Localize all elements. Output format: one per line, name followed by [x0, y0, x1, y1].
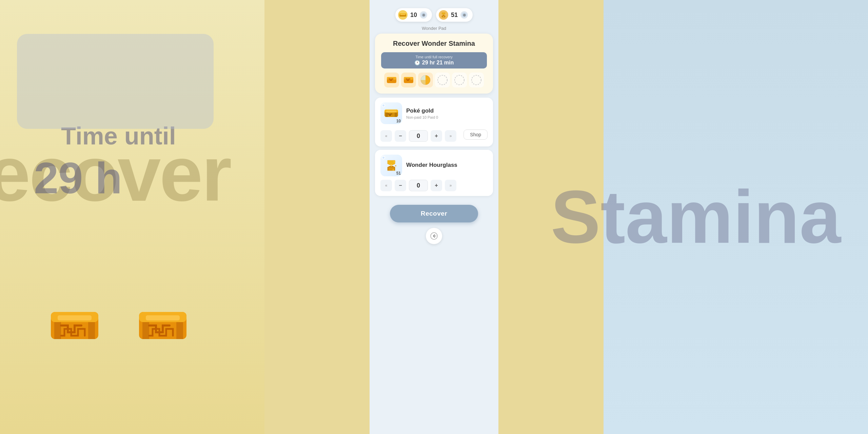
- stamina-slot-4: [435, 73, 450, 87]
- wonder-hourglass-dot: [382, 156, 385, 159]
- svg-rect-12: [400, 14, 405, 15]
- currency-bar: 10 ⊕ 51 ⊕: [395, 8, 473, 22]
- clock-icon: 🕐: [414, 60, 420, 65]
- panel-overlay: 10 ⊕ 51 ⊕ Wonder Pad Recover Wonder Stam…: [370, 0, 498, 434]
- poke-gold-header: 10 Poké gold Non-paid 10 Paid 0: [380, 102, 488, 124]
- svg-point-30: [390, 164, 392, 166]
- poke-gold-name: Poké gold: [406, 107, 488, 114]
- wonder-hourglass-header: 51 Wonder Hourglass: [380, 155, 488, 176]
- back-button[interactable]: [426, 228, 442, 244]
- right-background: [604, 0, 868, 434]
- svg-point-31: [393, 161, 395, 163]
- svg-point-24: [472, 75, 481, 85]
- svg-point-32: [395, 165, 396, 166]
- poke-gold-controls: « − 0 + » Shop: [380, 127, 488, 142]
- wonder-hourglass-skip-back-button[interactable]: «: [380, 180, 392, 191]
- timer-value: 🕐 29 hr 21 min: [386, 60, 482, 66]
- card-title: Recover Wonder Stamina: [381, 40, 487, 47]
- stamina-slot-6: [469, 73, 484, 87]
- poke-gold-skip-back-button[interactable]: «: [380, 130, 392, 142]
- svg-point-22: [438, 75, 447, 85]
- timer-banner: Time until full recovery 🕐 29 hr 21 min: [381, 52, 487, 68]
- svg-rect-29: [395, 113, 397, 117]
- wonder-hourglass-skip-forward-button[interactable]: »: [445, 180, 456, 191]
- poke-gold-count: 10: [396, 119, 401, 123]
- wonder-hourglass-plus-button[interactable]: +: [431, 180, 442, 191]
- poke-gold-info: Poké gold Non-paid 10 Paid 0: [406, 107, 488, 119]
- poke-gold-shop-button[interactable]: Shop: [463, 130, 488, 140]
- timer-label: Time until full recovery: [386, 55, 482, 59]
- stamina-slot-2: [401, 73, 416, 87]
- wonder-hourglass-count: 51: [396, 171, 401, 176]
- stamina-icons: [381, 73, 487, 87]
- wonder-hourglass-name: Wonder Hourglass: [406, 162, 488, 169]
- svg-rect-27: [386, 111, 396, 112]
- poke-gold-plus-button[interactable]: +: [431, 130, 442, 142]
- wonder-hourglass-icon-wrap: 51: [380, 155, 402, 176]
- svg-point-33: [393, 169, 394, 171]
- svg-text:⊕: ⊕: [463, 13, 466, 17]
- wonder-hourglass-card: 51 Wonder Hourglass « − 0 + »: [375, 150, 493, 196]
- poke-gold-qty-controls: « − 0 + »: [380, 130, 456, 142]
- hourglass-currency: 51 ⊕: [436, 8, 473, 22]
- wonder-hourglass-qty: 0: [409, 180, 428, 191]
- hourglass-plus-button[interactable]: ⊕: [460, 11, 468, 19]
- wonder-hourglass-info: Wonder Hourglass: [406, 162, 488, 170]
- hourglass-amount: 51: [451, 12, 458, 19]
- poke-gold-minus-button[interactable]: −: [395, 130, 406, 142]
- svg-text:⊕: ⊕: [422, 13, 425, 17]
- back-icon: [430, 232, 438, 240]
- gold-plus-button[interactable]: ⊕: [420, 11, 427, 19]
- gold-amount: 10: [410, 12, 417, 19]
- svg-point-23: [455, 75, 464, 85]
- bg-panel: [17, 34, 214, 129]
- poke-gold-qty: 0: [409, 130, 428, 142]
- recover-button[interactable]: Recover: [390, 205, 478, 222]
- svg-rect-28: [386, 113, 388, 117]
- hourglass-icon: [439, 10, 448, 20]
- poke-gold-icon: [384, 108, 398, 118]
- gold-currency: 10 ⊕: [395, 8, 432, 22]
- poke-gold-skip-forward-button[interactable]: »: [445, 130, 456, 142]
- wonder-hourglass-qty-controls: « − 0 + »: [380, 180, 488, 191]
- stamina-slot-1: [384, 73, 399, 87]
- wonder-pad-label: Wonder Pad: [422, 26, 446, 31]
- wonder-hourglass-icon: [385, 159, 398, 172]
- gold-icon: [398, 10, 408, 20]
- poke-gold-icon-wrap: 10: [380, 102, 402, 124]
- poke-gold-subtitle: Non-paid 10 Paid 0: [406, 115, 488, 119]
- poke-gold-card: 10 Poké gold Non-paid 10 Paid 0 « − 0 + …: [375, 98, 493, 146]
- poke-gold-dot: [382, 104, 385, 107]
- stamina-slot-5: [452, 73, 467, 87]
- main-card: Recover Wonder Stamina Time until full r…: [375, 34, 493, 94]
- wonder-hourglass-minus-button[interactable]: −: [395, 180, 406, 191]
- stamina-slot-3: [418, 73, 433, 87]
